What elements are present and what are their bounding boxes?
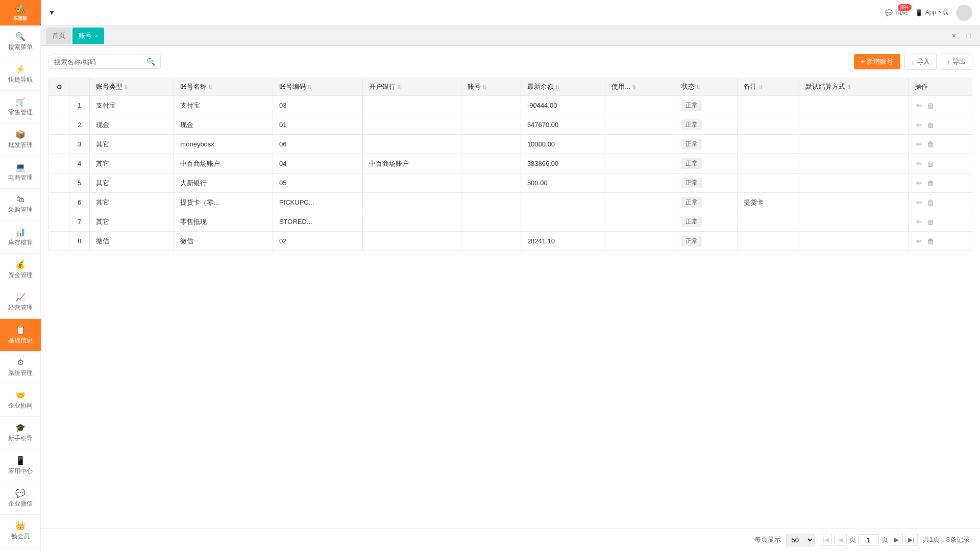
tab-home-label: 首页	[52, 31, 65, 40]
page-size-select[interactable]: 50 100 200	[786, 534, 815, 546]
export-button[interactable]: ↑ 导出	[941, 54, 973, 70]
row-name-3: 中百商场账户	[174, 154, 273, 173]
sidebar-item-members[interactable]: 👑 畅会员	[0, 515, 41, 547]
edit-button-3[interactable]: ✏	[916, 160, 922, 168]
delete-button-2[interactable]: 🗑	[927, 140, 934, 148]
sidebar-item-wholesale-mgmt[interactable]: 📦 批发管理	[0, 123, 41, 156]
sidebar-label-enterprise-agreement: 企业协同	[8, 402, 33, 410]
row-settings-4	[49, 173, 69, 193]
tab-bar: 首页 账号 × × □	[41, 26, 980, 46]
table-row: 5 其它 大新银行 05 500.00 正常 ✏ 🗑	[49, 173, 972, 193]
col-bank[interactable]: 开户银行⇅	[362, 78, 461, 96]
col-account-no[interactable]: 账号⇅	[461, 78, 521, 96]
delete-button-3[interactable]: 🗑	[927, 160, 934, 168]
delete-button-7[interactable]: 🗑	[927, 237, 934, 245]
sidebar-item-inventory[interactable]: 📊 库存核算	[0, 221, 41, 254]
sidebar-item-enterprise-wechat[interactable]: 💬 企业微信	[0, 482, 41, 515]
edit-button-2[interactable]: ✏	[916, 140, 922, 148]
row-settlement-4	[799, 173, 908, 193]
edit-button-5[interactable]: ✏	[916, 198, 922, 207]
row-type-7: 微信	[90, 232, 174, 251]
page-number-input[interactable]	[859, 534, 879, 546]
row-account-no-5	[461, 193, 521, 212]
last-page-button[interactable]: ▶|	[905, 534, 918, 546]
col-status[interactable]: 状态⇅	[675, 78, 738, 96]
delete-button-5[interactable]: 🗑	[927, 198, 934, 207]
row-action-4: ✏ 🗑	[908, 173, 972, 193]
add-account-button[interactable]: + 新增账号	[854, 54, 900, 69]
sidebar-item-purchase-mgmt[interactable]: 🛍 采购管理	[0, 189, 41, 221]
sidebar-icon-enterprise-agreement: 🤝	[15, 390, 26, 400]
delete-button-0[interactable]: 🗑	[927, 102, 934, 110]
col-usage[interactable]: 使用...⇅	[605, 78, 675, 96]
row-bank-5	[362, 193, 461, 212]
prev-page-button[interactable]: ◀	[835, 534, 847, 546]
sidebar-item-system[interactable]: ⚙ 系统管理	[0, 352, 41, 384]
table-row: 1 支付宝 支付宝 03 -90444.00 正常 ✏ 🗑	[49, 96, 972, 115]
app-logo: 🐝 乐惠版	[0, 0, 41, 26]
settings-icon: ⚙	[56, 83, 62, 91]
header-dropdown[interactable]: ▼	[48, 9, 55, 16]
next-page-button[interactable]: ▶	[891, 534, 903, 546]
row-settings-2	[49, 135, 69, 154]
row-usage-2	[605, 135, 675, 154]
message-icon: 💬	[885, 9, 893, 16]
table-row: 4 其它 中百商场账户 04 中百商场账户 383866.00 正常 ✏ 🗑	[49, 154, 972, 173]
row-balance-7: 28241.10	[521, 232, 605, 251]
row-num-3: 4	[69, 154, 90, 173]
message-button[interactable]: 💬 消息 99+	[885, 8, 908, 17]
row-bank-2	[362, 135, 461, 154]
row-usage-3	[605, 154, 675, 173]
col-account-name[interactable]: 账号名称⇅	[174, 78, 273, 96]
col-action: 操作	[908, 78, 972, 96]
search-input[interactable]	[54, 58, 146, 66]
delete-button-6[interactable]: 🗑	[927, 218, 934, 226]
tab-home[interactable]: 首页	[46, 28, 71, 44]
delete-button-1[interactable]: 🗑	[927, 121, 934, 129]
sidebar-item-finance[interactable]: 💰 资金管理	[0, 254, 41, 286]
top-header: ▼ 💬 消息 99+ 📱 App下载	[41, 0, 980, 26]
row-type-4: 其它	[90, 173, 174, 193]
col-remark[interactable]: 备注⇅	[738, 78, 799, 96]
edit-button-1[interactable]: ✏	[916, 121, 922, 129]
row-remark-4	[738, 173, 799, 193]
sidebar-item-operations[interactable]: 📈 经营管理	[0, 286, 41, 319]
edit-button-0[interactable]: ✏	[916, 102, 922, 110]
sidebar-item-search-menu[interactable]: 🔍 搜索菜单	[0, 26, 41, 58]
row-settings-1	[49, 115, 69, 135]
row-balance-2: 10000.00	[521, 135, 605, 154]
col-account-type[interactable]: 账号类型⇅	[90, 78, 174, 96]
delete-button-4[interactable]: 🗑	[927, 179, 934, 187]
row-remark-5: 提货卡	[738, 193, 799, 212]
import-button[interactable]: ↓ 导入	[904, 54, 937, 70]
col-balance[interactable]: 最新余额⇅	[521, 78, 605, 96]
sidebar-item-ecommerce-mgmt[interactable]: 💻 电商管理	[0, 156, 41, 189]
sidebar-item-app-center[interactable]: 📱 应用中心	[0, 449, 41, 482]
edit-button-4[interactable]: ✏	[916, 179, 922, 187]
sidebar-label-system: 系统管理	[8, 369, 33, 378]
sidebar-icon-members: 👑	[15, 521, 26, 531]
first-page-button[interactable]: |◀	[820, 534, 832, 546]
sidebar-icon-retail-mgmt: 🛒	[15, 97, 26, 107]
edit-button-6[interactable]: ✏	[916, 218, 922, 226]
col-settings[interactable]: ⚙	[49, 78, 69, 96]
sidebar-item-quick-nav[interactable]: ⚡ 快捷导航	[0, 58, 41, 91]
row-balance-6	[521, 212, 605, 232]
tab-maximize-button[interactable]: □	[963, 30, 975, 42]
row-account-no-1	[461, 115, 521, 135]
edit-button-7[interactable]: ✏	[916, 237, 922, 245]
sidebar-item-enterprise-agreement[interactable]: 🤝 企业协同	[0, 384, 41, 417]
sidebar-item-basic-info[interactable]: 📋 基础信息	[0, 319, 41, 352]
sidebar-label-quick-nav: 快捷导航	[8, 76, 33, 84]
user-avatar[interactable]	[956, 5, 972, 21]
col-default-settlement[interactable]: 默认结算方式⇅	[799, 78, 908, 96]
sidebar-item-new-guide[interactable]: 🎓 新手引导	[0, 417, 41, 449]
tab-account[interactable]: 账号 ×	[72, 28, 104, 44]
app-download-button[interactable]: 📱 App下载	[915, 8, 948, 17]
col-account-code[interactable]: 账号编码⇅	[273, 78, 362, 96]
tab-close-icon[interactable]: ×	[95, 33, 98, 39]
sidebar-item-retail-mgmt[interactable]: 🛒 零售管理	[0, 91, 41, 123]
tab-minimize-button[interactable]: ×	[948, 30, 960, 42]
status-badge: 正常	[681, 216, 702, 227]
row-num-6: 7	[69, 212, 90, 232]
